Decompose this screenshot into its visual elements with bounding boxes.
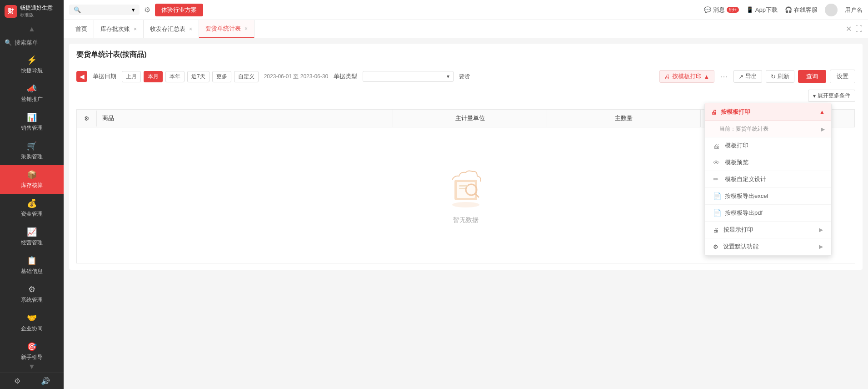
sidebar-item-purchase[interactable]: 🛒 采购管理 bbox=[0, 136, 64, 165]
sidebar-item-label: 经营管理 bbox=[21, 239, 43, 247]
order-type-label: 单据类型 bbox=[334, 72, 357, 81]
sidebar-item-label: 库存核算 bbox=[21, 182, 43, 189]
sidebar-scroll-down[interactable]: ▼ bbox=[0, 361, 64, 373]
chevron-down-icon: ▾ bbox=[813, 93, 816, 99]
print-btn[interactable]: 🖨 按模板打印 ▲ bbox=[659, 70, 714, 83]
tab-order-stats[interactable]: 要货单统计表 × bbox=[199, 20, 254, 38]
sidebar-item-label: 系统管理 bbox=[21, 296, 43, 304]
tab-batch-account[interactable]: 库存批次账 × bbox=[94, 20, 144, 38]
message-icon: 💬 bbox=[704, 6, 711, 13]
empty-illustration bbox=[443, 166, 489, 212]
template-print-icon: 🖨 bbox=[713, 142, 720, 150]
avatar[interactable] bbox=[825, 4, 838, 16]
template-design-icon: ✏ bbox=[713, 175, 720, 183]
sidebar: 财 畅捷通好生意 标准版 ▲ 🔍 搜索菜单 ⚡ 快捷导航 📣 营销推广 📊 销售… bbox=[0, 0, 64, 389]
tab-receipt-summary[interactable]: 收发存汇总表 × bbox=[144, 20, 199, 38]
sidebar-item-inventory[interactable]: 📦 库存核算 bbox=[0, 165, 64, 194]
more-options-btn[interactable]: ⋯ bbox=[718, 71, 730, 81]
date-btn-custom[interactable]: 自定义 bbox=[234, 71, 259, 82]
chevron-down-icon: ▾ bbox=[447, 73, 449, 80]
tab-close-all-icon[interactable]: ✕ bbox=[846, 25, 852, 33]
message-group[interactable]: 💬 消息 99+ bbox=[704, 6, 739, 14]
chevron-right-icon: ▶ bbox=[819, 243, 823, 250]
topbar-search-icon: 🔍 bbox=[74, 6, 81, 13]
export-icon: ↗ bbox=[738, 73, 743, 80]
logo-icon: 财 bbox=[5, 5, 17, 18]
dropdown-item-export-pdf[interactable]: 📄 按模板导出pdf bbox=[705, 205, 831, 222]
tab-order-stats-close[interactable]: × bbox=[244, 25, 248, 32]
sidebar-item-finance[interactable]: 💰 资金管理 bbox=[0, 194, 64, 222]
dropdown-collapse-icon[interactable]: ▲ bbox=[819, 109, 825, 115]
query-button[interactable]: 查询 bbox=[798, 70, 826, 83]
dropdown-item-display-print[interactable]: 🖨 按显示打印 ▶ bbox=[705, 222, 831, 238]
trial-button[interactable]: 体验行业方案 bbox=[155, 4, 203, 16]
dropdown-item-template-print[interactable]: 🖨 模板打印 bbox=[705, 137, 831, 154]
settings-button[interactable]: 设置 bbox=[830, 70, 855, 83]
date-btn-last-month[interactable]: 上月 bbox=[122, 71, 141, 82]
online-service-group[interactable]: 🎧 在线客服 bbox=[785, 6, 818, 14]
topbar-right: 💬 消息 99+ 📱 App下载 🎧 在线客服 用户名 bbox=[704, 4, 863, 16]
dropdown-item-template-design[interactable]: ✏ 模板自定义设计 bbox=[705, 171, 831, 188]
business-icon: 📈 bbox=[27, 227, 37, 237]
sidebar-item-quick-nav[interactable]: ⚡ 快捷导航 bbox=[0, 51, 64, 79]
date-btn-more[interactable]: 更多 bbox=[212, 71, 231, 82]
th-unit: 主计量单位 bbox=[393, 110, 547, 127]
sales-icon: 📊 bbox=[27, 112, 37, 122]
date-btn-7days[interactable]: 近7天 bbox=[187, 71, 210, 82]
tab-expand-icon[interactable]: ⛶ bbox=[855, 25, 863, 33]
sidebar-item-enterprise[interactable]: 🤝 企业协同 bbox=[0, 308, 64, 337]
sidebar-item-sales[interactable]: 📊 销售管理 bbox=[0, 108, 64, 136]
sidebar-item-basic[interactable]: 📋 基础信息 bbox=[0, 251, 64, 280]
svg-rect-5 bbox=[459, 185, 468, 187]
order-type-select[interactable]: ▾ bbox=[363, 71, 454, 82]
quick-nav-icon: ⚡ bbox=[27, 55, 37, 65]
tab-batch-account-close[interactable]: × bbox=[134, 26, 137, 32]
export-btn[interactable]: ↗ 导出 bbox=[733, 70, 762, 83]
sidebar-item-guide[interactable]: 🎯 新手引导 bbox=[0, 337, 64, 361]
dropdown-item-set-default[interactable]: ⚙ 设置默认功能 ▶ bbox=[705, 238, 831, 255]
filter-collapse-btn[interactable]: ◀ bbox=[76, 71, 87, 82]
dropdown-item-export-excel[interactable]: 📄 按模板导出excel bbox=[705, 188, 831, 205]
sidebar-search[interactable]: 🔍 搜索菜单 bbox=[0, 35, 64, 51]
date-btn-this-month[interactable]: 本月 bbox=[144, 71, 163, 82]
app-download-group[interactable]: 📱 App下载 bbox=[746, 6, 778, 14]
dropdown-item-label: 模板预览 bbox=[725, 158, 748, 167]
topbar-search-input[interactable] bbox=[84, 6, 129, 13]
tab-receipt-summary-close[interactable]: × bbox=[189, 26, 192, 32]
sidebar-item-business[interactable]: 📈 经营管理 bbox=[0, 222, 64, 251]
dropdown-item-label: 设置默认功能 bbox=[723, 242, 758, 251]
settings-bottom-icon[interactable]: ⚙ bbox=[14, 377, 20, 385]
tab-home[interactable]: 首页 bbox=[69, 20, 94, 38]
dropdown-print-icon: 🖨 bbox=[711, 109, 717, 116]
refresh-label: 刷新 bbox=[778, 72, 789, 81]
speaker-icon[interactable]: 🔊 bbox=[41, 377, 50, 385]
expand-more-label: 展开更多条件 bbox=[818, 92, 850, 100]
sidebar-scroll-up[interactable]: ▲ bbox=[0, 23, 64, 35]
dropdown-item-label: 模板打印 bbox=[725, 141, 748, 150]
expand-more-btn[interactable]: ▾ 展开更多条件 bbox=[808, 90, 855, 102]
topbar-search-area[interactable]: 🔍 ▾ bbox=[69, 5, 140, 15]
print-label: 按模板打印 bbox=[672, 72, 702, 81]
refresh-btn[interactable]: ↻ 刷新 bbox=[766, 70, 794, 83]
message-label: 消息 bbox=[713, 6, 725, 14]
basic-icon: 📋 bbox=[27, 256, 37, 266]
chevron-up-icon: ▲ bbox=[703, 73, 709, 80]
sidebar-item-label: 资金管理 bbox=[21, 210, 43, 218]
dropdown-item-label: 按显示打印 bbox=[723, 226, 753, 234]
dropdown-current-item[interactable]: 当前：要货单统计表 ▶ bbox=[705, 121, 831, 137]
sidebar-item-marketing[interactable]: 📣 营销推广 bbox=[0, 79, 64, 108]
app-download-icon: 📱 bbox=[746, 6, 753, 13]
th-gear[interactable]: ⚙ bbox=[77, 111, 97, 126]
dropdown-item-template-preview[interactable]: 👁 模板预览 bbox=[705, 154, 831, 171]
export-label: 导出 bbox=[745, 72, 757, 81]
chevron-right-icon: ▶ bbox=[821, 126, 825, 132]
system-icon: ⚙ bbox=[28, 284, 35, 294]
sidebar-item-system[interactable]: ⚙ 系统管理 bbox=[0, 280, 64, 308]
app-name-block: 畅捷通好生意 标准版 bbox=[20, 5, 53, 18]
date-btn-this-year[interactable]: 本年 bbox=[165, 71, 185, 82]
search-icon: 🔍 bbox=[5, 39, 12, 46]
dropdown-header[interactable]: 🖨 按模板打印 ▲ bbox=[705, 103, 831, 121]
topbar-gear-icon[interactable]: ⚙ bbox=[144, 5, 150, 14]
sidebar-item-label: 企业协同 bbox=[21, 325, 43, 333]
filter-row: ◀ 单据日期 上月 本月 本年 近7天 更多 自定义 2023-06-01 至 … bbox=[76, 66, 855, 87]
